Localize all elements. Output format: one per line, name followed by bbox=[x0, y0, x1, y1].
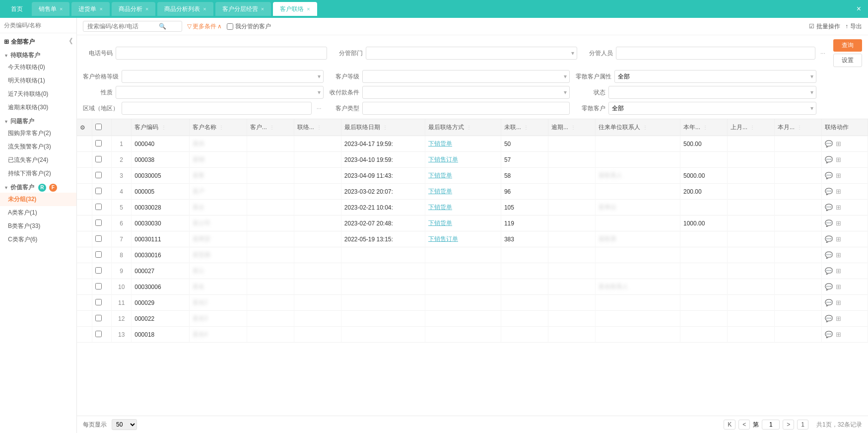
row-last-method-cell[interactable] bbox=[425, 247, 501, 263]
qr-icon[interactable]: ⊞ bbox=[836, 251, 841, 259]
qr-icon[interactable]: ⊞ bbox=[836, 235, 841, 243]
sidebar-item-churned[interactable]: 已流失客户(24) bbox=[0, 153, 76, 167]
message-icon[interactable]: 💬 bbox=[825, 235, 833, 243]
region-input[interactable] bbox=[122, 102, 312, 115]
sidebar-item-tomorrow[interactable]: 明天待联络(1) bbox=[0, 74, 76, 87]
export-button[interactable]: ↑ 导出 bbox=[845, 22, 862, 31]
nature-select[interactable] bbox=[116, 86, 324, 99]
message-icon[interactable]: 💬 bbox=[825, 204, 833, 211]
row-checkbox-cell[interactable] bbox=[92, 279, 112, 295]
message-icon[interactable]: 💬 bbox=[825, 140, 833, 147]
contact-method-link[interactable]: 下销货单 bbox=[428, 188, 452, 195]
qr-icon[interactable]: ⊞ bbox=[836, 267, 841, 275]
row-last-method-cell[interactable] bbox=[425, 327, 501, 343]
first-page-button[interactable]: K bbox=[724, 420, 735, 430]
more-conditions-button[interactable]: ▽ 更多条件 ∧ bbox=[187, 22, 222, 31]
sidebar-item-ungroup[interactable]: 未分组(32) bbox=[0, 193, 76, 206]
row-checkbox[interactable] bbox=[95, 156, 102, 162]
row-checkbox-cell[interactable] bbox=[92, 231, 112, 247]
tab-customer-segment[interactable]: 客户分层经营 × bbox=[215, 2, 271, 16]
home-tab[interactable]: 首页 bbox=[4, 0, 30, 18]
message-icon[interactable]: 💬 bbox=[825, 188, 833, 195]
sidebar-item-7days[interactable]: 近7天待联络(0) bbox=[0, 87, 76, 101]
qr-icon[interactable]: ⊞ bbox=[836, 140, 841, 147]
row-checkbox-cell[interactable] bbox=[92, 136, 112, 152]
qr-icon[interactable]: ⊞ bbox=[836, 219, 841, 227]
tab-product-analysis[interactable]: 商品分析 × bbox=[112, 2, 155, 16]
last-date-col-header[interactable]: 最后联络日期 ⋮ bbox=[341, 119, 425, 136]
dept-select[interactable] bbox=[366, 47, 577, 60]
search-input[interactable] bbox=[87, 23, 157, 30]
payment-select[interactable] bbox=[362, 86, 570, 99]
sidebar-item-class-c[interactable]: C类客户(6) bbox=[0, 233, 76, 246]
row-checkbox[interactable] bbox=[95, 140, 102, 146]
row-checkbox-cell[interactable] bbox=[92, 327, 112, 343]
row-checkbox[interactable] bbox=[95, 235, 102, 242]
row-checkbox-cell[interactable] bbox=[92, 152, 112, 168]
row-last-method-cell[interactable] bbox=[425, 263, 501, 279]
price-level-select[interactable] bbox=[122, 70, 324, 83]
phone-input[interactable] bbox=[116, 47, 327, 60]
status-select[interactable] bbox=[608, 86, 816, 99]
last-page-button[interactable]: 1 bbox=[797, 420, 808, 430]
row-last-method-cell[interactable]: 下销货单 bbox=[425, 200, 501, 216]
row-checkbox[interactable] bbox=[95, 188, 102, 194]
my-customers-check[interactable] bbox=[227, 23, 233, 30]
message-icon[interactable]: 💬 bbox=[825, 283, 833, 290]
batch-operation-button[interactable]: ☑ 批量操作 bbox=[809, 22, 840, 31]
row-last-method-cell[interactable] bbox=[425, 311, 501, 327]
customer-level-select[interactable] bbox=[362, 70, 570, 83]
my-customers-checkbox[interactable]: 我分管的客户 bbox=[227, 22, 271, 31]
row-checkbox[interactable] bbox=[95, 204, 102, 210]
row-last-method-cell[interactable]: 下销货单 bbox=[425, 184, 501, 200]
select-all-checkbox[interactable] bbox=[95, 124, 102, 130]
close-icon[interactable]: × bbox=[307, 6, 310, 12]
qr-icon[interactable]: ⊞ bbox=[836, 283, 841, 290]
close-icon[interactable]: × bbox=[145, 6, 148, 12]
row-checkbox-cell[interactable] bbox=[92, 247, 112, 263]
prev-page-button[interactable]: < bbox=[738, 420, 750, 430]
next-page-button[interactable]: > bbox=[783, 420, 794, 430]
sidebar-section-problem[interactable]: ▼ 问题客户 bbox=[0, 114, 76, 127]
row-last-method-cell[interactable] bbox=[425, 295, 501, 311]
last-method-col-header[interactable]: 最后联络方式 ⋮ bbox=[425, 119, 501, 136]
page-number-input[interactable] bbox=[762, 420, 780, 430]
tab-customer-contact[interactable]: 客户联络 × bbox=[273, 2, 317, 16]
overdue-col-header[interactable]: 逾期... ⋮ bbox=[548, 119, 595, 136]
contact-col-header[interactable]: 联络... ⋮ bbox=[294, 119, 341, 136]
checkbox-col-header[interactable] bbox=[92, 119, 112, 136]
region-dots-button[interactable]: ··· bbox=[315, 105, 324, 112]
sidebar-item-today[interactable]: 今天待联络(0) bbox=[0, 61, 76, 74]
sidebar-item-declining[interactable]: 持续下滑客户(2) bbox=[0, 167, 76, 180]
row-checkbox-cell[interactable] bbox=[92, 216, 112, 231]
row-last-method-cell[interactable]: 下销售订单 bbox=[425, 152, 501, 168]
dots-button[interactable]: ··· bbox=[818, 50, 827, 57]
message-icon[interactable]: 💬 bbox=[825, 267, 833, 275]
row-checkbox-cell[interactable] bbox=[92, 295, 112, 311]
row-last-method-cell[interactable]: 下销售订单 bbox=[425, 231, 501, 247]
query-button[interactable]: 查询 bbox=[833, 39, 862, 52]
row-checkbox[interactable] bbox=[95, 219, 102, 226]
row-checkbox[interactable] bbox=[95, 299, 102, 305]
qr-icon[interactable]: ⊞ bbox=[836, 156, 841, 163]
row-checkbox[interactable] bbox=[95, 315, 102, 321]
category-search-input[interactable] bbox=[4, 22, 77, 29]
qr-icon[interactable]: ⊞ bbox=[836, 331, 841, 338]
close-icon[interactable]: × bbox=[261, 6, 264, 12]
qr-icon[interactable]: ⊞ bbox=[836, 315, 841, 322]
search-icon[interactable]: 🔍 bbox=[159, 23, 166, 30]
message-icon[interactable]: 💬 bbox=[825, 299, 833, 306]
message-icon[interactable]: 💬 bbox=[825, 219, 833, 227]
row-checkbox-cell[interactable] bbox=[92, 168, 112, 184]
unit-contact-col-header[interactable]: 往来单位联系人 ⋮ bbox=[595, 119, 680, 136]
sidebar-section-pending[interactable]: ▼ 待联络客户 bbox=[0, 48, 76, 61]
contact-method-link[interactable]: 下销货单 bbox=[428, 204, 452, 211]
not-contact-col-header[interactable]: 未联... ⋮ bbox=[501, 119, 548, 136]
row-checkbox-cell[interactable] bbox=[92, 184, 112, 200]
close-icon[interactable]: × bbox=[60, 6, 63, 12]
row-last-method-cell[interactable] bbox=[425, 279, 501, 295]
contact-method-link[interactable]: 下销货单 bbox=[428, 172, 452, 179]
sidebar-item-abnormal[interactable]: 囤购异常客户(2) bbox=[0, 127, 76, 140]
window-close-button[interactable]: × bbox=[854, 4, 864, 13]
row-checkbox-cell[interactable] bbox=[92, 311, 112, 327]
